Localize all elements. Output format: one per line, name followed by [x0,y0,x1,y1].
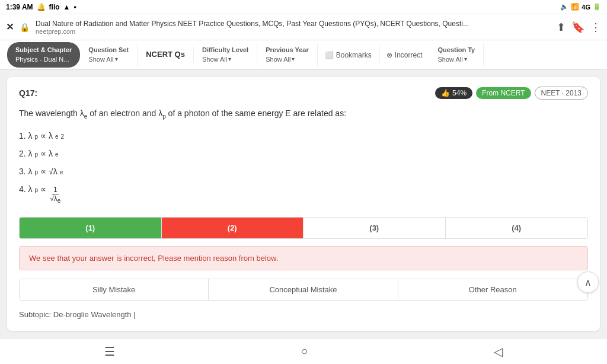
filter-question-type[interactable]: Question Ty Show All ▾ [429,43,484,66]
ncert-badge: From NCERT [476,87,531,99]
answer-button-1[interactable]: (1) [20,218,162,238]
answer-button-4[interactable]: (4) [446,218,588,238]
main-content: Q17: 👍 54% From NCERT NEET · 2013 The wa… [0,70,607,338]
question-text: The wavelength λe of an electron and λp … [19,107,588,122]
reason-conceptual-mistake[interactable]: Conceptual Mistake [209,279,398,300]
option-2: 2. λp ∝ λe [19,149,588,158]
page-title: Dual Nature of Radiation and Matter Phys… [36,20,551,28]
filter-previous-year[interactable]: Previous Year Show All ▾ [257,43,318,66]
hamburger-menu-icon[interactable]: ☰ [104,344,115,359]
badges: 👍 54% From NCERT NEET · 2013 [435,87,588,100]
back-icon[interactable]: ◁ [494,344,503,359]
network-label: 4G [582,4,590,11]
filter-question-set[interactable]: Question Set Show All ▾ [80,43,138,66]
chevron-up-icon: ∧ [584,277,592,288]
app-name: filo [49,3,60,11]
filter-bar: Subject & Chapter Physics - Dual N... Qu… [0,40,607,70]
status-bar: 1:39 AM 🔔 filo ▲ • 🔈 📶 4G 🔋 [0,0,607,14]
filter-difficulty[interactable]: Difficulty Level Show All ▾ [194,43,257,66]
bookmark-icon[interactable]: 🔖 [571,21,584,34]
question-card: Q17: 👍 54% From NCERT NEET · 2013 The wa… [7,77,600,331]
lock-icon: 🔒 [20,23,30,32]
options-list: 1. λp ∝ λe2 2. λp ∝ λe 3. λp ∝ √λe 4. λp… [19,131,588,205]
option-3: 3. λp ∝ √λe [19,167,588,176]
wifi-icon: 📶 [571,3,579,11]
subtopic: Subtopic: De-broglie Wavelength | [19,308,588,321]
score-badge: 👍 54% [435,87,472,99]
menu-icon[interactable]: ⋮ [590,21,601,34]
battery-icon: 🔋 [593,3,601,11]
option-4: 4. λp ∝ 1√λe [19,184,588,205]
home-icon[interactable]: ○ [301,344,308,358]
time: 1:39 AM [6,3,33,11]
answer-button-2[interactable]: (2) [162,218,304,238]
answer-row: (1) (2) (3) (4) [19,217,588,239]
x-circle-icon: ⊗ [386,51,392,59]
error-message: We see that your answer is incorrect, Pl… [19,246,588,270]
close-button[interactable]: ✕ [6,21,14,33]
bookmark-filter-icon: ⬜ [325,51,334,59]
domain: neetprep.com [36,28,551,35]
incorrect-button[interactable]: ⊗ Incorrect [379,47,430,63]
bottom-nav: ☰ ○ ◁ [0,338,607,364]
reason-silly-mistake[interactable]: Silly Mistake [20,279,209,300]
neet-badge: NEET · 2013 [535,87,588,100]
volume-icon: 🔈 [560,3,568,11]
filter-ncert[interactable]: NCERT Qs [138,47,194,62]
notification-icon: 🔔 [37,3,46,11]
thumbs-up-icon: 👍 [441,89,450,97]
scroll-up-button[interactable]: ∧ [577,272,599,293]
bookmarks-button[interactable]: ⬜ Bookmarks [318,47,379,63]
reason-other[interactable]: Other Reason [398,279,587,300]
answer-button-3[interactable]: (3) [304,218,446,238]
signal-icon: ▲ [63,3,71,11]
browser-bar: ✕ 🔒 Dual Nature of Radiation and Matter … [0,14,607,40]
question-number: Q17: [19,88,37,98]
question-header: Q17: 👍 54% From NCERT NEET · 2013 [19,87,588,100]
filter-subject-chapter[interactable]: Subject & Chapter Physics - Dual N... [7,42,80,68]
option-1: 1. λp ∝ λe2 [19,131,588,141]
dot-icon: • [74,3,76,11]
reason-row: Silly Mistake Conceptual Mistake Other R… [19,279,588,301]
share-icon[interactable]: ⬆ [557,21,566,34]
